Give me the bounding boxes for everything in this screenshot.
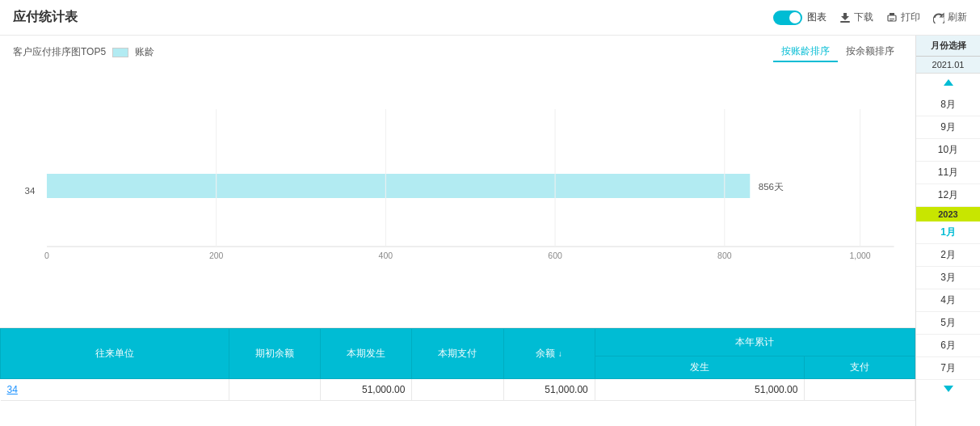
chart-toggle-label: 图表 (807, 11, 826, 24)
col-pay-header: 本期支付 (412, 329, 503, 379)
col-opening-header: 期初余额 (229, 329, 321, 379)
sidebar: 月份选择 2021.01 8月 9月 10月 11月 12月 2023 1月 2… (915, 36, 980, 426)
cell-ytd-occur: 51,000.00 (595, 379, 805, 401)
sort-by-amount-btn[interactable]: 按余额排序 (838, 42, 902, 62)
header-actions: 图表 下载 打印 刷新 (773, 11, 967, 25)
col-occur-header: 本期发生 (321, 329, 412, 379)
chart-legend: 客户应付排序图TOP5 账龄 (13, 45, 154, 59)
sidebar-item-nov[interactable]: 11月 (916, 162, 980, 184)
cell-unit[interactable]: 34 (1, 379, 229, 401)
cell-pay (412, 379, 503, 401)
chart-section: 客户应付排序图TOP5 账龄 按账龄排序 按余额排序 34 856天 (0, 36, 915, 426)
print-button[interactable]: 打印 (886, 11, 920, 24)
legend-box-label: 账龄 (135, 45, 154, 59)
sort-by-balance-btn[interactable]: 按账龄排序 (773, 42, 838, 62)
col-ytd-pay-subheader: 支付 (805, 356, 915, 379)
svg-text:0: 0 (44, 251, 49, 260)
sidebar-item-sep[interactable]: 9月 (916, 116, 980, 139)
sidebar-item-jan[interactable]: 1月 (916, 221, 980, 244)
svg-text:1,000: 1,000 (849, 251, 871, 260)
legend-box (112, 48, 128, 57)
svg-rect-4 (890, 20, 893, 21)
cell-opening (229, 379, 321, 401)
svg-text:200: 200 (209, 251, 224, 260)
sidebar-item-feb[interactable]: 2月 (916, 244, 980, 267)
chart-sort-buttons: 按账龄排序 按余额排序 (773, 42, 902, 62)
bar-chart: 34 856天 0 200 400 600 800 1,000 (13, 77, 902, 303)
main-content: 客户应付排序图TOP5 账龄 按账龄排序 按余额排序 34 856天 (0, 36, 980, 426)
chart-toggle-wrap: 图表 (773, 11, 826, 25)
cell-ytd-pay (805, 379, 915, 401)
sidebar-down-button[interactable] (916, 380, 980, 400)
sidebar-item-oct[interactable]: 10月 (916, 139, 980, 162)
sidebar-up-button[interactable] (916, 74, 980, 94)
col-ytd-occur-subheader: 发生 (595, 356, 805, 379)
download-icon (839, 12, 851, 23)
refresh-icon (933, 12, 944, 23)
chart-header: 客户应付排序图TOP5 账龄 按账龄排序 按余额排序 (0, 36, 915, 69)
sidebar-item-jun[interactable]: 6月 (916, 335, 980, 357)
sidebar-item-mar[interactable]: 3月 (916, 267, 980, 289)
cell-occur: 51,000.00 (321, 379, 412, 401)
app-container: 应付统计表 图表 下载 打印 刷新 (0, 0, 980, 426)
svg-text:800: 800 (717, 251, 732, 260)
legend-title: 客户应付排序图TOP5 (13, 45, 106, 59)
svg-rect-1 (888, 15, 896, 21)
svg-rect-6 (47, 174, 750, 198)
data-table: 往来单位 期初余额 本期发生 本期支付 余额 ↓ 本年累计 (0, 328, 915, 401)
table-row: 34 51,000.00 51,000.00 51,000.00 (1, 379, 915, 401)
svg-rect-3 (890, 19, 894, 19)
svg-rect-0 (840, 21, 850, 23)
sidebar-item-jul[interactable]: 7月 (916, 357, 980, 380)
header: 应付统计表 图表 下载 打印 刷新 (0, 0, 980, 36)
sidebar-item-dec[interactable]: 12月 (916, 184, 980, 207)
sidebar-year-2023: 2023 (916, 207, 980, 221)
col-ytd-header: 本年累计 (595, 329, 915, 356)
print-icon (886, 12, 898, 23)
sidebar-item-apr[interactable]: 4月 (916, 289, 980, 312)
sidebar-item-may[interactable]: 5月 (916, 312, 980, 335)
svg-text:400: 400 (379, 251, 393, 260)
sidebar-month-title: 月份选择 (916, 36, 980, 57)
col-balance-header: 余额 ↓ (503, 329, 595, 379)
chart-toggle[interactable] (773, 11, 802, 25)
col-unit-header: 往来单位 (1, 329, 229, 379)
chart-area: 34 856天 0 200 400 600 800 1,000 (0, 69, 915, 327)
table-section: 往来单位 期初余额 本期发生 本期支付 余额 ↓ 本年累计 (0, 327, 915, 401)
chevron-down-icon (942, 382, 955, 395)
svg-text:856天: 856天 (759, 182, 783, 192)
download-button[interactable]: 下载 (839, 11, 873, 24)
refresh-button[interactable]: 刷新 (933, 11, 967, 24)
page-title: 应付统计表 (13, 9, 78, 26)
sidebar-item-aug[interactable]: 8月 (916, 94, 980, 116)
table-wrapper: 往来单位 期初余额 本期发生 本期支付 余额 ↓ 本年累计 (0, 328, 915, 401)
svg-marker-21 (944, 386, 953, 392)
chevron-up-icon (942, 76, 955, 89)
svg-text:600: 600 (548, 251, 562, 260)
download-label: 下载 (854, 11, 873, 24)
svg-rect-2 (890, 13, 894, 15)
print-label: 打印 (901, 11, 920, 24)
sidebar-current-year-month: 2021.01 (916, 57, 980, 74)
cell-balance: 51,000.00 (503, 379, 595, 401)
svg-marker-20 (944, 79, 953, 86)
refresh-label: 刷新 (948, 11, 967, 24)
svg-text:34: 34 (25, 186, 36, 196)
